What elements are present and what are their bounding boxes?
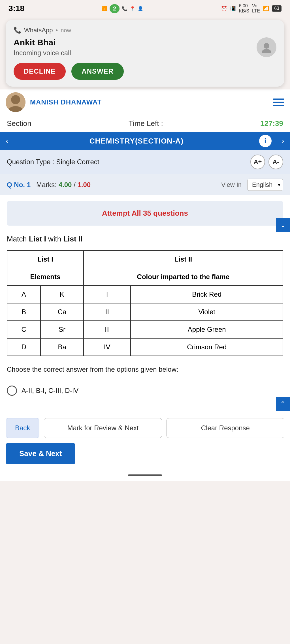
font-decrease-button[interactable]: A- (268, 155, 283, 169)
user-icon: 👤 (138, 6, 143, 11)
match-instruction: Match List I with List II (7, 234, 283, 245)
clear-response-button[interactable]: Clear Response (167, 418, 284, 438)
exam-container: MANISH DHANAWAT Section Time Left : 127:… (0, 89, 290, 481)
table-row: A K I Brick Red (7, 286, 283, 303)
svg-point-0 (264, 43, 269, 49)
answer-button[interactable]: ANSWER (71, 63, 124, 80)
next-section-arrow[interactable]: › (276, 132, 290, 150)
marks-negative: 1.00 (77, 181, 91, 189)
back-button[interactable]: Back (6, 418, 39, 438)
prev-section-arrow[interactable]: ‹ (0, 132, 14, 150)
status-bar: 3:18 📶 2 📞 📍 👤 ⏰ 📳 6.00KB/S VoLTE 📶 63 (0, 0, 290, 17)
font-increase-button[interactable]: A+ (250, 155, 265, 169)
home-bar (128, 474, 162, 476)
font-buttons: A+ A- (250, 155, 283, 169)
list1-header: List I (7, 251, 84, 268)
table-row: C Sr III Apple Green (7, 321, 283, 338)
option-radio[interactable] (7, 386, 17, 396)
table-cell-color: Apple Green (131, 321, 283, 338)
question-area: ⌄ Attempt All 35 questions Match List I … (0, 195, 290, 411)
notif-header: 📞 WhatsApp • now (14, 27, 276, 34)
notif-text-block: Ankit Bhai Incoming voice call (14, 38, 71, 57)
mark-review-button[interactable]: Mark for Review & Next (44, 418, 162, 438)
language-select[interactable]: English Hindi (247, 179, 283, 191)
notif-body: Ankit Bhai Incoming voice call (14, 37, 276, 57)
question-number: Q No. 1 (7, 181, 31, 189)
status-time: 3:18 (8, 4, 24, 13)
table-cell-letter: B (7, 303, 40, 321)
question-type-text: Question Type : Single Correct (7, 158, 99, 166)
option-row[interactable]: A-II, B-I, C-III, D-IV (7, 382, 283, 400)
notif-app-name: WhatsApp (24, 27, 53, 34)
table-cell-numeral: IV (84, 338, 131, 356)
table-cell-letter: C (7, 321, 40, 338)
table-cell-color: Brick Red (131, 286, 283, 303)
table-row: D Ba IV Crimson Red (7, 338, 283, 356)
decline-button[interactable]: DECLINE (14, 63, 66, 80)
language-selector-wrapper[interactable]: English Hindi (247, 179, 283, 191)
profile-header: MANISH DHANAWAT (0, 89, 290, 115)
status-icons-right: ⏰ 📳 6.00KB/S VoLTE 📶 63 (221, 3, 282, 14)
whatsapp-call-icon: 📞 (14, 27, 21, 34)
marks-label: Marks: 4.00 / 1.00 (36, 181, 91, 189)
table-cell-numeral: I (84, 286, 131, 303)
chevron-up-icon: ⌃ (280, 400, 286, 408)
wifi-icon: 📶 (102, 6, 107, 11)
marks-positive: 4.00 (59, 181, 72, 189)
attempt-all-box: Attempt All 35 questions (7, 201, 283, 226)
home-indicator (0, 470, 290, 481)
attempt-all-text: Attempt All 35 questions (102, 209, 188, 217)
section-timer-row: Section Time Left : 127:39 (0, 115, 290, 132)
table-cell-element: Ba (40, 338, 84, 356)
table-cell-numeral: II (84, 303, 131, 321)
timer-label: Time Left : (129, 119, 163, 128)
notif-buttons: DECLINE ANSWER (14, 63, 276, 80)
section-nav: ‹ CHEMISTRY(SECTION-A) i › (0, 132, 290, 150)
section-label: Section (7, 119, 31, 128)
data-speed: 6.00KB/S (239, 3, 249, 14)
profile-avatar (6, 92, 25, 112)
scroll-down-button[interactable]: ⌄ (276, 218, 290, 232)
bottom-row-2: Save & Next (6, 443, 284, 464)
table-cell-element: Ca (40, 303, 84, 321)
alarm-icon: ⏰ (221, 5, 227, 12)
section-info-icon[interactable]: i (259, 135, 272, 147)
scroll-up-button[interactable]: ⌃ (276, 397, 290, 411)
option-text: A-II, B-I, C-III, D-IV (22, 387, 78, 395)
notification-card: 📞 WhatsApp • now Ankit Bhai Incoming voi… (6, 20, 284, 87)
avatar (257, 37, 276, 57)
list2-header: List II (84, 251, 283, 268)
notif-subtitle: Incoming voice call (14, 49, 71, 57)
choose-text: Choose the correct answer from the optio… (7, 364, 283, 375)
hamburger-menu-icon[interactable] (273, 99, 284, 106)
list1-subheader: Elements (7, 268, 84, 286)
table-cell-color: Crimson Red (131, 338, 283, 356)
notif-caller-name: Ankit Bhai (14, 38, 71, 47)
notif-time: now (61, 27, 71, 34)
signal-icon: 📶 (263, 5, 269, 12)
bottom-action-bar: Back Mark for Review & Next Clear Respon… (0, 411, 290, 470)
options-container: A-II, B-I, C-III, D-IV (7, 382, 283, 400)
list2-subheader: Colour imparted to the flame (84, 268, 283, 286)
wifi-badge: 2 (110, 4, 120, 13)
table-cell-element: Sr (40, 321, 84, 338)
vibrate-icon: 📳 (230, 5, 236, 12)
notif-dot: • (56, 27, 58, 34)
svg-point-3 (11, 95, 20, 104)
table-cell-letter: A (7, 286, 40, 303)
table-cell-letter: D (7, 338, 40, 356)
svg-point-1 (262, 49, 271, 53)
status-icons-left: 📶 2 📞 📍 👤 (102, 4, 143, 13)
table-cell-numeral: III (84, 321, 131, 338)
question-meta-row: Q No. 1 Marks: 4.00 / 1.00 View In Engli… (0, 174, 290, 195)
timer-value: 127:39 (260, 119, 283, 128)
bottom-row-1: Back Mark for Review & Next Clear Respon… (6, 418, 284, 438)
question-type-bar: Question Type : Single Correct A+ A- (0, 150, 290, 174)
profile-name: MANISH DHANAWAT (30, 98, 273, 106)
chevron-down-icon: ⌄ (280, 221, 286, 229)
battery-icon: 63 (272, 5, 282, 12)
save-next-button[interactable]: Save & Next (6, 443, 75, 464)
table-cell-color: Violet (131, 303, 283, 321)
location-icon: 📍 (130, 6, 135, 11)
table-cell-element: K (40, 286, 84, 303)
